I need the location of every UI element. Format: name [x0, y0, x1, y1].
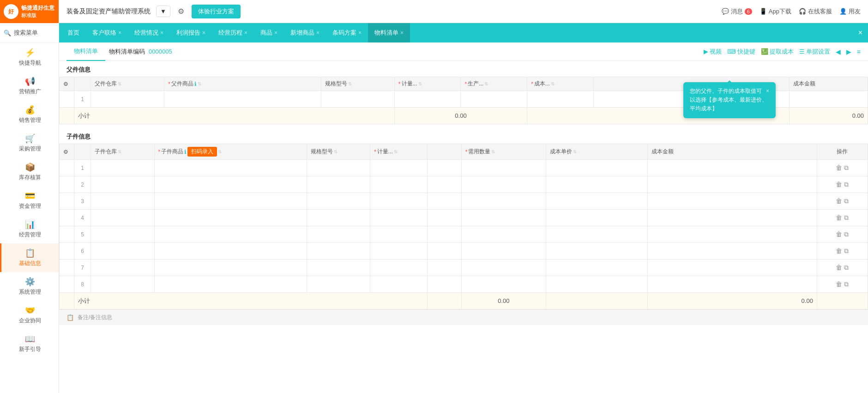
child-goods-cell[interactable]	[154, 193, 307, 210]
sidebar-item-sales[interactable]: 💰 销售管理	[0, 100, 59, 129]
nav-next-button[interactable]: ▶	[846, 48, 851, 55]
close-all-tabs-button[interactable]: ×	[855, 29, 866, 37]
parent-unit-cell[interactable]	[394, 91, 461, 108]
sidebar-item-quick-nav[interactable]: ⚡ 快捷导航	[0, 43, 59, 72]
parent-spec-col-header[interactable]: 规格型号⇅	[321, 77, 394, 91]
close-icon[interactable]: ×	[160, 30, 163, 36]
tab-bom[interactable]: 物料清单 ×	[368, 23, 410, 42]
expand-button[interactable]: ≡	[857, 48, 861, 55]
child-spec-cell[interactable]	[307, 210, 370, 226]
child-unit-cell[interactable]	[370, 160, 428, 176]
tab-new-goods[interactable]: 新增商品 ×	[284, 23, 326, 42]
child-unit-price-cell[interactable]	[546, 276, 648, 293]
sidebar-item-operations[interactable]: 📊 经营管理	[0, 215, 59, 243]
child-qty-cell[interactable]	[461, 276, 546, 293]
parent-produce-col-header[interactable]: * 生产... ⇅	[461, 77, 527, 91]
child-spec-cell[interactable]	[307, 176, 370, 193]
extract-cost-button[interactable]: 💹 提取成本	[761, 48, 794, 56]
user-menu-button[interactable]: 👤 用友	[839, 7, 861, 16]
messages-button[interactable]: 💬 消息 6	[722, 7, 752, 16]
copy-icon[interactable]: ⧉	[844, 264, 849, 272]
sidebar-item-purchase[interactable]: 🛒 采购管理	[0, 129, 59, 157]
child-unit-price-cell[interactable]	[546, 176, 648, 193]
child-qty-col-header[interactable]: * 需用数量 ⇅	[461, 144, 546, 160]
delete-icon[interactable]: 🗑	[836, 164, 842, 172]
child-unit-price-cell[interactable]	[546, 210, 648, 226]
delete-icon[interactable]: 🗑	[836, 214, 842, 222]
child-settings-col-header[interactable]: ⚙	[60, 144, 74, 160]
child-goods-cell[interactable]	[154, 226, 307, 243]
tab-home[interactable]: 首页	[61, 23, 86, 42]
subtab-bom-list[interactable]: 物料清单	[66, 42, 105, 61]
child-qty-cell[interactable]	[461, 176, 546, 193]
child-warehouse-cell[interactable]	[91, 193, 155, 210]
trial-button[interactable]: 体验行业方案	[192, 5, 241, 18]
close-icon[interactable]: ×	[118, 30, 121, 36]
child-unit-price-col-header[interactable]: 成本单价⇅	[546, 144, 648, 160]
delete-icon[interactable]: 🗑	[836, 181, 842, 188]
child-goods-cell[interactable]	[154, 210, 307, 226]
child-spec-cell[interactable]	[307, 193, 370, 210]
close-icon[interactable]: ×	[244, 30, 247, 36]
parent-cost-cell[interactable]	[527, 91, 594, 108]
child-warehouse-cell[interactable]	[91, 160, 155, 176]
child-goods-cell[interactable]	[154, 276, 307, 293]
child-goods-col-header[interactable]: * 子件商品 ℹ 扫码录入 ⇅	[154, 144, 307, 160]
copy-icon[interactable]: ⧉	[844, 164, 849, 172]
child-unit-price-cell[interactable]	[546, 193, 648, 210]
sidebar-item-finance[interactable]: 💳 资金管理	[0, 186, 59, 215]
tab-barcode[interactable]: 条码方案 ×	[326, 23, 368, 42]
delete-icon[interactable]: 🗑	[836, 197, 842, 205]
sidebar-item-system[interactable]: ⚙️ 系统管理	[0, 272, 59, 301]
parent-goods-cell[interactable]	[164, 91, 321, 108]
child-qty-cell[interactable]	[461, 226, 546, 243]
parent-produce-cell[interactable]	[461, 91, 527, 108]
tab-customer[interactable]: 客户联络 ×	[86, 23, 128, 42]
child-unit-col-header[interactable]: * 计量... ⇅	[370, 144, 428, 160]
child-warehouse-cell[interactable]	[91, 260, 155, 276]
child-warehouse-cell[interactable]	[91, 210, 155, 226]
child-spec-cell[interactable]	[307, 276, 370, 293]
parent-warehouse-cell[interactable]	[91, 91, 164, 108]
parent-spec-cell[interactable]	[321, 91, 394, 108]
child-unit-cell[interactable]	[370, 193, 428, 210]
child-unit-price-cell[interactable]	[546, 160, 648, 176]
delete-icon[interactable]: 🗑	[836, 230, 842, 238]
child-spec-cell[interactable]	[307, 160, 370, 176]
settings-gear-button[interactable]: ⚙	[176, 5, 186, 18]
sidebar-search[interactable]: 🔍 搜索菜单	[0, 23, 59, 43]
parent-goods-col-header[interactable]: * 父件商品 ℹ ⇅	[164, 77, 321, 91]
child-spec-cell[interactable]	[307, 243, 370, 260]
shortcut-button[interactable]: ⌨ 快捷键	[727, 48, 755, 56]
sidebar-item-marketing[interactable]: 📢 营销推广	[0, 72, 59, 100]
copy-icon[interactable]: ⧉	[844, 214, 849, 222]
tab-operations-status[interactable]: 经营情况 ×	[128, 23, 170, 42]
search-menu-button[interactable]: 🔍 搜索菜单	[4, 27, 55, 39]
child-goods-cell[interactable]	[154, 176, 307, 193]
tab-operations-history[interactable]: 经营历程 ×	[212, 23, 254, 42]
close-icon[interactable]: ×	[358, 30, 362, 36]
child-spec-cell[interactable]	[307, 226, 370, 243]
child-unit-price-cell[interactable]	[546, 243, 648, 260]
app-download-button[interactable]: 📱 App下载	[760, 7, 791, 16]
child-goods-cell[interactable]	[154, 243, 307, 260]
copy-icon[interactable]: ⧉	[844, 181, 849, 188]
child-qty-cell[interactable]	[461, 260, 546, 276]
parent-unit-col-header[interactable]: * 计量... ⇅	[394, 77, 461, 91]
sidebar-item-enterprise[interactable]: 🤝 企业协同	[0, 301, 59, 329]
close-icon[interactable]: ×	[316, 30, 319, 36]
sidebar-item-inventory[interactable]: 📦 库存核算	[0, 157, 59, 186]
child-qty-cell[interactable]	[461, 243, 546, 260]
child-unit-price-cell[interactable]	[546, 226, 648, 243]
delete-icon[interactable]: 🗑	[836, 280, 842, 288]
close-icon[interactable]: ×	[274, 30, 277, 36]
parent-cost-col-header[interactable]: * 成本... ⇅	[527, 77, 594, 91]
child-goods-cell[interactable]	[154, 160, 307, 176]
copy-icon[interactable]: ⧉	[844, 247, 849, 255]
copy-icon[interactable]: ⧉	[844, 197, 849, 205]
parent-settings-col-header[interactable]: ⚙	[60, 77, 74, 91]
child-unit-cell[interactable]	[370, 226, 428, 243]
child-goods-cell[interactable]	[154, 260, 307, 276]
child-unit-cell[interactable]	[370, 276, 428, 293]
sidebar-item-basic-info[interactable]: 📋 基础信息	[0, 243, 59, 272]
